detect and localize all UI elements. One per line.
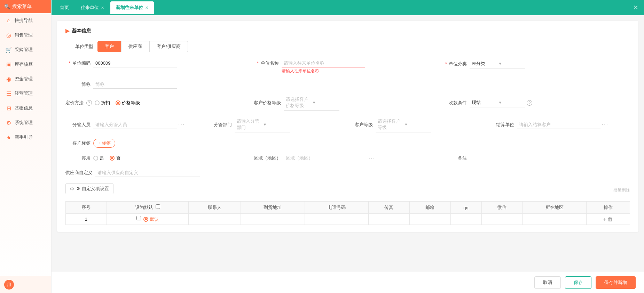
unit-code-input[interactable] bbox=[93, 59, 177, 67]
price-level-radio-circle bbox=[116, 100, 120, 105]
basic-icon: ⊞ bbox=[6, 105, 12, 111]
select-all-checkbox[interactable] bbox=[156, 204, 160, 209]
customer-type-button[interactable]: 客户 bbox=[97, 41, 121, 52]
disabled-radio-group: 是 否 bbox=[93, 155, 120, 161]
payment-terms-select[interactable]: 现结 ▼ bbox=[470, 98, 525, 107]
sidebar-item-inventory[interactable]: ▣ 库存核算 bbox=[0, 57, 51, 72]
tab-new-partner[interactable]: 新增往来单位 ✕ bbox=[110, 1, 154, 14]
default-label: 默认 bbox=[150, 216, 159, 222]
sidebar-item-label: 基础信息 bbox=[15, 105, 33, 111]
add-row-button[interactable]: + bbox=[603, 216, 606, 222]
avatar: 用 bbox=[4, 280, 14, 290]
col-default: 设为默认 bbox=[107, 202, 188, 214]
unit-name-error: 请输入往来单位名称 bbox=[282, 68, 319, 74]
discount-radio[interactable]: 折扣 bbox=[95, 100, 110, 106]
section-title: ▶ 基本信息 bbox=[65, 28, 630, 34]
short-name-field: 简称 bbox=[65, 80, 630, 89]
settlement-more-button[interactable]: ··· bbox=[600, 122, 610, 128]
settlement-field: 结算单位 ··· bbox=[489, 121, 630, 129]
supplier-custom-input[interactable] bbox=[95, 169, 200, 177]
tab-partner[interactable]: 往来单位 ✕ bbox=[75, 1, 110, 14]
col-qq: qq bbox=[450, 202, 481, 214]
cancel-button[interactable]: 取消 bbox=[534, 276, 561, 289]
col-wechat: 微信 bbox=[481, 202, 523, 214]
disabled-yes-radio[interactable]: 是 bbox=[93, 155, 104, 161]
both-type-button[interactable]: 客户/供应商 bbox=[149, 41, 188, 52]
row-checkbox[interactable] bbox=[136, 216, 141, 220]
close-partner-tab-icon[interactable]: ✕ bbox=[101, 6, 104, 10]
manager-label: 分管人员 bbox=[65, 122, 93, 128]
row-default-radio[interactable]: 默认 bbox=[143, 216, 159, 222]
row-default-radio-circle bbox=[143, 217, 148, 222]
col-phone: 电话号码 bbox=[305, 202, 368, 214]
unit-type-label: 单位类型 bbox=[65, 43, 93, 50]
tab-partner-label: 往来单位 bbox=[81, 5, 99, 11]
form-row-6: 停用 是 否 区域（地区） ··· bbox=[65, 154, 630, 162]
save-button[interactable]: 保存 bbox=[565, 276, 591, 289]
sidebar-item-quick-nav[interactable]: ⌂ 快捷导航 bbox=[0, 13, 51, 28]
unit-name-input[interactable] bbox=[282, 59, 365, 67]
sidebar-item-label: 采购管理 bbox=[15, 47, 33, 53]
customer-price-level-label: 客户价格等级 bbox=[254, 100, 284, 106]
pricing-method-label: 定价方法 ? bbox=[65, 100, 95, 106]
price-level-radio[interactable]: 价格等级 bbox=[116, 100, 140, 106]
save-new-button[interactable]: 保存并新增 bbox=[596, 276, 636, 289]
unit-category-select[interactable]: 未分类 ▼ bbox=[470, 59, 525, 68]
row-email bbox=[409, 214, 450, 225]
search-icon: 🔍 bbox=[4, 4, 10, 9]
region-more-button[interactable]: ··· bbox=[367, 155, 377, 161]
remarks-label: 备注 bbox=[442, 155, 470, 161]
region-field: 区域（地区） ··· bbox=[254, 154, 442, 162]
content-area: ▶ 基本信息 单位类型 客户 供应商 客户/供应商 * 单位编码 bbox=[52, 15, 644, 272]
delete-row-button[interactable]: 🗑 bbox=[607, 216, 613, 222]
row-region bbox=[523, 214, 586, 225]
tab-home-label: 首页 bbox=[60, 5, 69, 11]
col-contact: 联系人 bbox=[188, 202, 241, 214]
pricing-method-field: 定价方法 ? 折扣 价格等级 bbox=[65, 100, 254, 106]
sidebar-bottom: 用 bbox=[0, 276, 51, 293]
remarks-input[interactable] bbox=[470, 154, 609, 162]
sidebar-item-guide[interactable]: ★ 新手引导 bbox=[0, 130, 51, 145]
unit-code-label: * 单位编码 bbox=[65, 60, 93, 66]
sidebar-item-operations[interactable]: ☰ 经营管理 bbox=[0, 86, 51, 101]
sidebar-item-basic[interactable]: ⊞ 基础信息 bbox=[0, 101, 51, 115]
tab-home[interactable]: 首页 bbox=[54, 1, 74, 14]
table-row: 1 默认 bbox=[66, 214, 630, 225]
chevron-down-icon: ▼ bbox=[404, 122, 429, 127]
main-area: 首页 往来单位 ✕ 新增往来单位 ✕ ✕ ▶ 基本信息 单位类型 客户 供应商 … bbox=[52, 0, 644, 293]
short-name-input[interactable] bbox=[93, 80, 177, 89]
pricing-help-icon[interactable]: ? bbox=[86, 100, 92, 106]
disabled-no-radio[interactable]: 否 bbox=[110, 155, 120, 161]
footer: 取消 保存 保存并新增 bbox=[52, 272, 644, 293]
unit-category-label: * 单位分类 bbox=[442, 61, 470, 67]
supplier-type-button[interactable]: 供应商 bbox=[121, 41, 149, 52]
chevron-down-icon: ▼ bbox=[263, 122, 288, 127]
row-contact bbox=[188, 214, 241, 225]
basic-info-card: ▶ 基本信息 单位类型 客户 供应商 客户/供应商 * 单位编码 bbox=[57, 21, 638, 232]
sidebar-item-sales[interactable]: ◎ 销售管理 bbox=[0, 28, 51, 42]
required-star: * bbox=[69, 60, 70, 66]
close-new-partner-tab-icon[interactable]: ✕ bbox=[145, 6, 148, 10]
section-title-icon: ▶ bbox=[65, 28, 70, 34]
table-header-row: 序号 设为默认 联系人 到货地址 电话号码 传真 邮箱 qq 微信 所在地区 bbox=[66, 202, 630, 214]
department-select[interactable]: 请输入分管部门 ▼ bbox=[235, 117, 290, 132]
region-input[interactable] bbox=[284, 154, 367, 162]
customer-level-select[interactable]: 请选择客户等级 ▼ bbox=[376, 117, 431, 132]
payment-help-icon[interactable]: ? bbox=[527, 100, 532, 106]
sidebar-item-finance[interactable]: ◉ 资金管理 bbox=[0, 72, 51, 86]
search-menu[interactable]: 🔍 搜索菜单 bbox=[0, 0, 51, 13]
sidebar-item-system[interactable]: ⚙ 系统管理 bbox=[0, 115, 51, 130]
tab-bar-close-all[interactable]: ✕ bbox=[630, 2, 641, 13]
col-action: 操作 bbox=[586, 202, 630, 214]
operations-icon: ☰ bbox=[6, 90, 12, 97]
manager-input[interactable] bbox=[93, 121, 177, 129]
add-tag-button[interactable]: + 标签 bbox=[93, 139, 115, 148]
batch-delete-button[interactable]: 批量删除 bbox=[613, 187, 630, 193]
manager-more-button[interactable]: ··· bbox=[177, 122, 186, 128]
sidebar-item-purchase[interactable]: 🛒 采购管理 bbox=[0, 42, 51, 57]
settlement-input[interactable] bbox=[517, 121, 600, 129]
customer-price-level-select[interactable]: 请选择客户价格等级 ▼ bbox=[284, 95, 339, 111]
home-icon: ⌂ bbox=[6, 17, 12, 24]
custom-settings-button[interactable]: ⚙ ⚙ 自定义项设置 bbox=[65, 183, 113, 194]
row-no: 1 bbox=[66, 214, 107, 225]
